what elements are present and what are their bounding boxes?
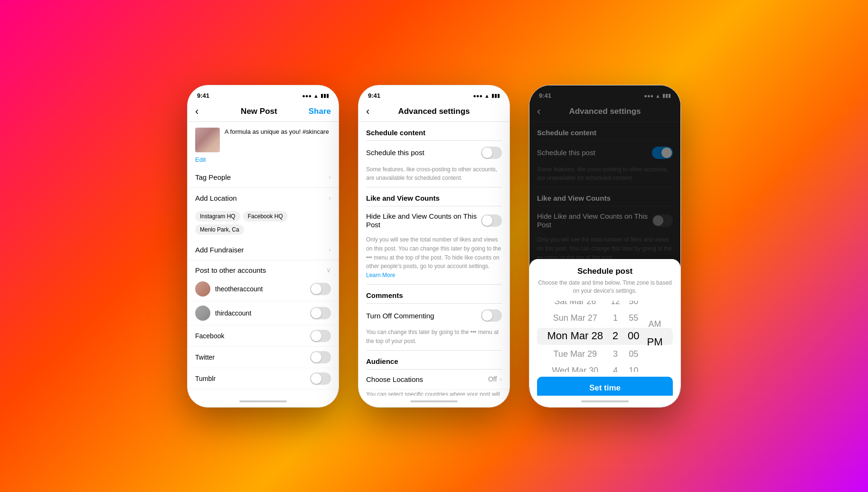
- choose-locations-row[interactable]: Choose Locations Off ›: [359, 370, 509, 390]
- choose-locations-label: Choose Locations: [366, 375, 423, 383]
- picker-pm: PM: [644, 333, 665, 352]
- advanced-settings-row[interactable]: Advanced Settings ›: [188, 390, 339, 396]
- nav-bar-2: ‹ Advanced settings: [359, 102, 509, 122]
- picker-hour-1: 1: [610, 310, 621, 326]
- picker-hour-2: 2: [610, 327, 621, 345]
- account-toggle-2[interactable]: [310, 307, 331, 319]
- nav-title-2: Advanced settings: [398, 107, 470, 116]
- picker-ampm-empty2: [652, 312, 658, 316]
- status-icons-1: ●●● ▲ ▮▮▮: [302, 93, 329, 99]
- signal-icon: ●●●: [302, 93, 311, 99]
- picker-am: AM: [645, 316, 664, 332]
- post-caption: A formula as unique as you! #skincare: [225, 128, 331, 136]
- facebook-label: Facebook: [195, 332, 224, 340]
- account-avatar-2: [195, 306, 210, 321]
- edit-link[interactable]: Edit: [188, 155, 339, 167]
- chip-menlo-park[interactable]: Menlo Park, Ca: [195, 224, 244, 235]
- picker-hour-4: 4: [610, 363, 621, 371]
- picker-date-mon: Mon Mar 28: [545, 327, 606, 345]
- phone3: 9:41 ●●● ▲ ▮▮▮ ‹ Advanced settings Sched…: [529, 85, 681, 408]
- share-button[interactable]: Share: [309, 107, 331, 116]
- add-location-row[interactable]: Add Location ›: [188, 188, 339, 208]
- chevron-icon-tag: ›: [329, 173, 331, 181]
- minute-column: 50 55 00 05 10: [625, 301, 642, 372]
- date-column: Fri Mar 25 Sat Mar 26 Sun Mar 27 Mon Mar…: [545, 301, 606, 372]
- back-button-2[interactable]: ‹: [366, 105, 380, 118]
- comments-subtext-container: You can change this later by going to th…: [359, 327, 509, 350]
- add-fundraiser-row[interactable]: Add Fundraiser ›: [188, 240, 339, 260]
- picker-ampm-empty1: [652, 307, 658, 311]
- picker-ampm-empty4: [652, 357, 658, 361]
- add-location-label: Add Location: [195, 194, 237, 202]
- chevron-icon-fundraiser: ›: [329, 246, 331, 253]
- likes-subtext-container: Only you will see the total number of li…: [359, 235, 509, 284]
- facebook-row: Facebook: [188, 325, 339, 347]
- post-to-accounts-section[interactable]: Post to other accounts ∨: [188, 260, 339, 277]
- wifi-icon-2: ▲: [484, 93, 490, 99]
- status-time-1: 9:41: [197, 92, 209, 99]
- modal-subtitle: Choose the date and time below. Time zon…: [537, 279, 673, 295]
- account-row-1: theotheraccount: [188, 277, 339, 301]
- phone2-content: Schedule content Schedule this post Some…: [359, 122, 509, 396]
- nav-title-1: New Post: [241, 107, 277, 116]
- like-section-title: Like and View Counts: [359, 187, 509, 206]
- twitter-row: Twitter: [188, 347, 339, 368]
- picker-min-10: 10: [626, 363, 641, 371]
- picker-ampm-empty5: [652, 362, 658, 365]
- status-time-2: 9:41: [368, 92, 380, 99]
- picker-min-05: 05: [626, 346, 641, 362]
- account-info-2: thirdaccount: [195, 306, 251, 321]
- home-indicator-2: [359, 396, 509, 407]
- status-bar-2: 9:41 ●●● ▲ ▮▮▮: [359, 85, 509, 102]
- picker-hour-12: 12: [608, 301, 623, 309]
- chevron-down-icon: ∨: [326, 266, 331, 274]
- account-row-2: thirdaccount: [188, 301, 339, 325]
- choose-locations-value: Off: [488, 375, 497, 383]
- schedule-toggle[interactable]: [481, 147, 502, 159]
- time-picker[interactable]: Fri Mar 25 Sat Mar 26 Sun Mar 27 Mon Mar…: [537, 301, 673, 372]
- tumblr-label: Tumblr: [195, 375, 216, 382]
- hide-likes-row: Hide Like and View Counts on This Post: [359, 206, 509, 235]
- battery-icon: ▮▮▮: [321, 93, 329, 99]
- schedule-modal: Schedule post Choose the date and time b…: [529, 259, 680, 407]
- picker-hour-3: 3: [610, 346, 621, 362]
- turn-off-commenting-label: Turn Off Commenting: [366, 312, 434, 320]
- picker-min-50: 50: [626, 301, 641, 309]
- chevron-icon-audience: ›: [500, 375, 502, 383]
- phone1-content: A formula as unique as you! #skincare Ed…: [188, 122, 339, 396]
- schedule-toggle-row: Schedule this post: [359, 141, 509, 165]
- picker-date-wed: Wed Mar 30: [549, 363, 601, 371]
- back-button-1[interactable]: ‹: [195, 105, 209, 118]
- post-preview: A formula as unique as you! #skincare: [188, 122, 339, 155]
- ampm-column: AM PM: [644, 307, 665, 366]
- tag-people-row[interactable]: Tag People ›: [188, 167, 339, 188]
- schedule-subtext-container: Some features, like cross-posting to oth…: [359, 165, 509, 187]
- account-toggle-1[interactable]: [310, 283, 331, 295]
- audience-subtext: You can select specific countries where …: [366, 391, 500, 396]
- status-icons-2: ●●● ▲ ▮▮▮: [473, 93, 500, 99]
- picker-date-tue: Tue Mar 29: [551, 346, 600, 362]
- twitter-toggle[interactable]: [310, 351, 331, 363]
- dark-overlay: [529, 85, 680, 265]
- likes-subtext: Only you will see the total number of li…: [366, 236, 501, 278]
- status-bar-1: 9:41 ●●● ▲ ▮▮▮: [188, 85, 339, 102]
- hide-likes-left: Hide Like and View Counts on This Post: [366, 212, 481, 229]
- account-avatar-1: [195, 281, 210, 297]
- tumblr-toggle[interactable]: [310, 372, 331, 385]
- wifi-icon: ▲: [313, 93, 319, 99]
- hide-likes-toggle[interactable]: [481, 214, 502, 227]
- home-bar-3: [581, 400, 629, 402]
- comments-section-title: Comments: [359, 285, 509, 303]
- phone2: 9:41 ●●● ▲ ▮▮▮ ‹ Advanced settings Sched…: [358, 85, 510, 408]
- battery-icon-2: ▮▮▮: [491, 93, 500, 99]
- nav-bar-1: ‹ New Post Share: [188, 102, 339, 122]
- chevron-icon-location: ›: [329, 194, 331, 202]
- schedule-subtext: Some features, like cross-posting to oth…: [366, 166, 497, 182]
- chip-facebook-hq[interactable]: Facebook HQ: [243, 211, 288, 222]
- chip-instagram-hq[interactable]: Instagram HQ: [195, 211, 240, 222]
- picker-min-00: 00: [625, 327, 642, 345]
- picker-date-sun: Sun Mar 27: [550, 310, 600, 326]
- commenting-toggle[interactable]: [481, 309, 502, 322]
- post-to-accounts-label: Post to other accounts: [195, 266, 266, 274]
- facebook-toggle[interactable]: [310, 330, 331, 342]
